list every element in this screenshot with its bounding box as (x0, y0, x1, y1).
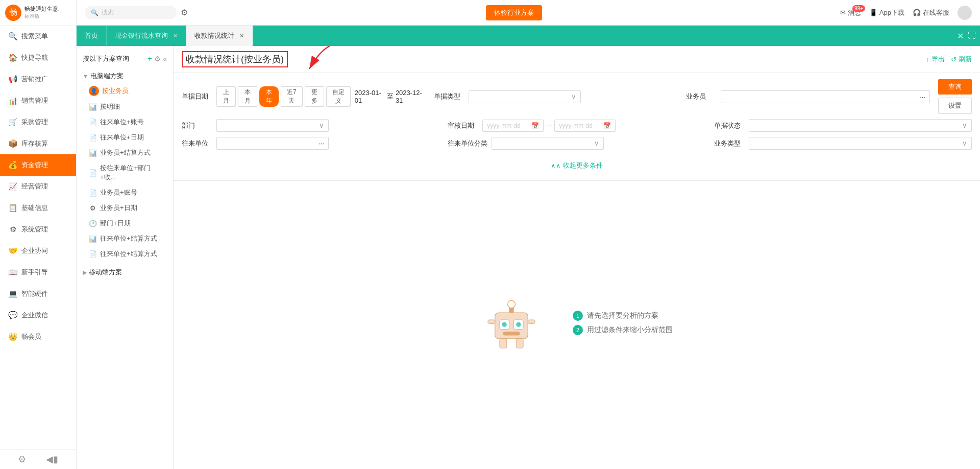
collapse-panel-icon[interactable]: « (163, 55, 167, 63)
empty-state: 1 请先选择要分析的方案 2 用过滤条件来缩小分析范围 (174, 181, 980, 469)
date-btn-this-month[interactable]: 本月 (238, 86, 257, 107)
svg-point-5 (516, 322, 521, 327)
mobile-section-label: 移动端方案 (89, 268, 122, 277)
plan-item-salesman-account[interactable]: 📄 业务员+账号 (77, 185, 173, 200)
topbar-search-box[interactable]: 🔍 搜索 (85, 6, 177, 19)
date-btn-this-year[interactable]: 本年 (259, 86, 279, 107)
plan-item-partner-account[interactable]: 📄 往来单位+账号 (77, 114, 173, 130)
date-dash: — (546, 122, 552, 129)
collapse-label: 收起更多条件 (563, 161, 603, 170)
messages-badge[interactable]: ✉ 消息 99+ (840, 8, 861, 17)
sidebar-collapse-icon[interactable]: ◀▮ (46, 454, 58, 465)
bill-type-select[interactable]: ∨ (469, 90, 581, 103)
sales-icon: 📊 (8, 96, 17, 105)
plan-item-salesman[interactable]: 👤 按业务员 (77, 83, 173, 99)
sidebar-item-marketing[interactable]: 📢 营销推广 (0, 68, 76, 90)
salesman-settle-icon: 📊 (89, 149, 97, 157)
date-btn-custom[interactable]: 自定义 (326, 86, 351, 107)
tab-receipt-stats[interactable]: 收款情况统计 ✕ (186, 26, 253, 46)
add-plan-icon[interactable]: + (148, 54, 152, 63)
salesman-select[interactable]: ··· (721, 90, 930, 103)
refresh-button[interactable]: ↺ 刷新 (951, 55, 972, 64)
plan-item-detail[interactable]: 📊 按明细 (77, 99, 173, 114)
settings-plan-icon[interactable]: ⚙ (154, 55, 161, 63)
tab-home[interactable]: 首页 (77, 26, 107, 46)
partner-date-icon: 📄 (89, 133, 97, 142)
step-2-num: 2 (573, 325, 583, 335)
user-avatar[interactable] (958, 6, 972, 20)
salesman-account-icon: 📄 (89, 189, 97, 197)
filter-date-item: 单据日期 上月 本月 本年 近7天 更多 自定义 2023-01-01 至 (182, 86, 426, 107)
sidebar-item-enterprise[interactable]: 🤝 企业协同 (0, 240, 76, 262)
tab-receipt-stats-close[interactable]: ✕ (239, 33, 244, 39)
sidebar-item-wechat[interactable]: 💬 企业微信 (0, 304, 76, 326)
settings-button[interactable]: 设置 (938, 98, 972, 114)
customer-service[interactable]: 🎧 在线客服 (913, 8, 949, 17)
plan-item-partner-date[interactable]: 📄 往来单位+日期 (77, 130, 173, 145)
export-icon: ↑ (926, 56, 930, 63)
sidebar-item-inventory[interactable]: 📦 库存核算 (0, 133, 76, 154)
sidebar-item-quicknav[interactable]: 🏠 快捷导航 (0, 47, 76, 68)
plan-item-partner-settle1[interactable]: 📊 往来单位+结算方式 (77, 231, 173, 246)
filter-bill-status-item: 单据状态 ∨ (714, 119, 972, 132)
sidebar-item-search[interactable]: 🔍 搜索菜单 (0, 26, 76, 47)
audit-date-start[interactable]: yyyy-mm-dd 📅 (482, 120, 544, 132)
logo-icon: 畅 (5, 5, 21, 21)
sidebar-item-operation[interactable]: 📈 经营管理 (0, 176, 76, 197)
sidebar-settings-icon[interactable]: ⚙ (18, 454, 26, 465)
hardware-icon: 💻 (8, 289, 17, 298)
desktop-section-header[interactable]: ▼ 电脑端方案 (77, 69, 173, 83)
operation-icon: 📈 (8, 182, 17, 191)
solution-button[interactable]: 体验行业方案 (486, 5, 542, 20)
plan-item-partner-settle2[interactable]: 📄 往来单位+结算方式 (77, 246, 173, 262)
partner-settle1-icon: 📊 (89, 235, 97, 243)
tab-cash-flow-label: 现金银行流水查询 (115, 31, 168, 40)
plan-item-dept-date[interactable]: 🕐 部门+日期 (77, 216, 173, 231)
svg-rect-6 (503, 332, 520, 335)
export-button[interactable]: ↑ 导出 (926, 55, 945, 64)
date-btn-last-month[interactable]: 上月 (216, 86, 236, 107)
tab-minimize-icon[interactable]: ✕ (957, 31, 964, 41)
plan-item-partner-dept[interactable]: 📄 按往来单位+部门+收... (77, 160, 173, 185)
plan-item-label: 业务员+结算方式 (100, 148, 151, 157)
export-label: 导出 (932, 55, 945, 64)
sidebar-item-basicinfo[interactable]: 📋 基础信息 (0, 197, 76, 219)
sidebar-item-sales[interactable]: 📊 销售管理 (0, 90, 76, 111)
partner-select[interactable]: ··· (216, 137, 329, 150)
sidebar-item-purchase[interactable]: 🛒 采购管理 (0, 111, 76, 133)
sidebar-item-guide[interactable]: 📖 新手引导 (0, 262, 76, 283)
salesman-dots[interactable]: ··· (920, 93, 925, 101)
tab-cash-flow[interactable]: 现金银行流水查询 ✕ (107, 26, 186, 46)
partner-dots[interactable]: ··· (318, 139, 324, 147)
bill-status-select[interactable]: ∨ (749, 119, 972, 132)
biz-type-select[interactable]: ∨ (749, 137, 972, 150)
partner-settle2-icon: 📄 (89, 250, 97, 258)
app-download[interactable]: 📱 App下载 (869, 8, 904, 17)
date-btn-more[interactable]: 更多 (305, 86, 324, 107)
query-button[interactable]: 查询 (938, 79, 972, 95)
topbar-gear-icon[interactable]: ⚙ (181, 8, 188, 17)
tab-cash-flow-close[interactable]: ✕ (173, 33, 178, 39)
salesman-label: 业务员 (686, 92, 717, 101)
audit-date-end[interactable]: yyyy-mm-dd 📅 (554, 120, 616, 132)
sidebar-label: 搜索菜单 (21, 32, 48, 41)
marketing-icon: 📢 (8, 75, 17, 84)
dept-select[interactable]: ∨ (216, 119, 329, 132)
mobile-section-header[interactable]: ▶ 移动端方案 (77, 266, 173, 279)
sidebar-item-finance[interactable]: 💰 资金管理 (0, 154, 76, 176)
sidebar-item-hardware[interactable]: 💻 智能硬件 (0, 283, 76, 304)
sidebar-label: 采购管理 (21, 118, 48, 127)
main-area: 🔍 搜索 ⚙ 体验行业方案 ✉ 消息 99+ 📱 App下载 🎧 在线客服 (77, 0, 980, 469)
sidebar-item-system[interactable]: ⚙ 系统管理 (0, 219, 76, 240)
tab-maximize-icon[interactable]: ⛶ (968, 31, 976, 40)
plan-item-salesman-date[interactable]: ⚙ 业务员+日期 (77, 200, 173, 216)
sidebar-item-member[interactable]: 👑 畅会员 (0, 326, 76, 347)
chevron-down-icon: ▼ (83, 73, 88, 79)
partner-category-select[interactable]: ∨ (492, 137, 604, 150)
svg-rect-9 (488, 320, 495, 323)
plan-item-salesman-settle[interactable]: 📊 业务员+结算方式 (77, 145, 173, 160)
filter-audit-date-item: 审核日期 yyyy-mm-dd 📅 — yyyy-mm-dd 📅 (448, 120, 705, 132)
filter-partner-item: 往来单位 ··· (182, 137, 439, 150)
date-btn-7days[interactable]: 近7天 (281, 86, 303, 107)
collapse-more-btn[interactable]: ∧∧ 收起更多条件 (182, 157, 972, 174)
